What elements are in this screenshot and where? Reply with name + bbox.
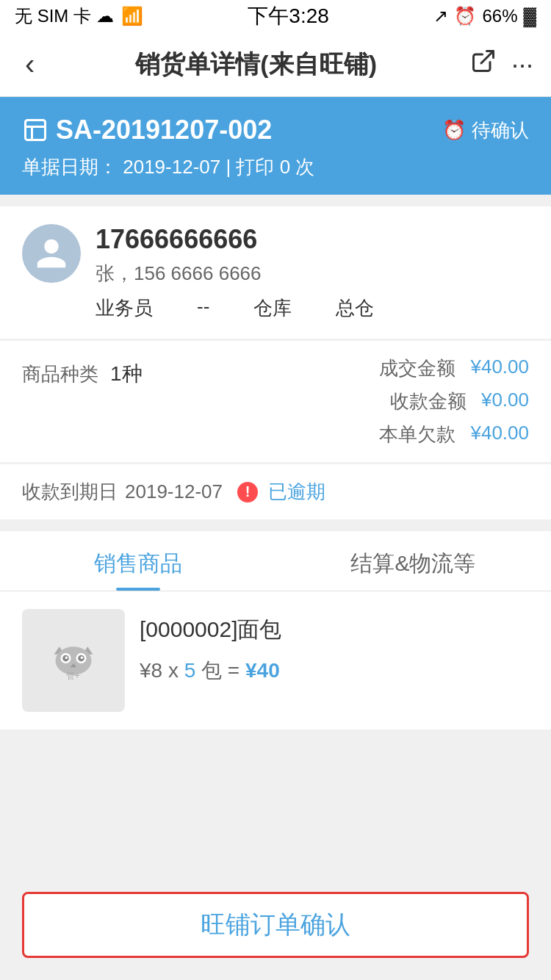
collection-value: ¥0.00 [481, 389, 529, 414]
product-unit: 包 [201, 659, 222, 682]
order-status: ⏰ 待确认 [442, 118, 529, 143]
overdue-label: 收款到期日 [22, 479, 118, 505]
customer-phone: 17666666666 [96, 224, 529, 255]
overdue-date: 2019-12-07 [125, 480, 223, 503]
product-name: [0000002]面包 [140, 615, 529, 645]
location-icon: ↗ [433, 6, 448, 26]
order-header: SA-20191207-002 ⏰ 待确认 单据日期： 2019-12-07 |… [0, 97, 551, 195]
order-icon [22, 117, 48, 143]
battery-level: 66% [482, 6, 517, 26]
avatar-icon [34, 236, 69, 271]
product-thumbnail: 管+ [22, 609, 125, 712]
overdue-alert-icon: ! [237, 482, 258, 502]
alarm-icon: ⏰ [454, 6, 476, 26]
nav-right-buttons: ··· [470, 48, 533, 81]
svg-point-12 [81, 656, 84, 659]
product-kind-value: 1种 [110, 360, 143, 388]
sim-status: 无 SIM 卡 ☁ [15, 4, 114, 28]
product-info: [0000002]面包 ¥8 x 5 包 = ¥40 [140, 609, 529, 685]
product-quantity: 5 [184, 659, 196, 682]
wifi-icon: 📶 [121, 6, 143, 26]
product-kinds: 商品种类 1种 [22, 356, 143, 388]
collection-label: 收款金额 [390, 389, 467, 414]
confirm-order-button[interactable]: 旺铺订单确认 [22, 892, 529, 958]
more-button[interactable]: ··· [511, 49, 533, 80]
product-total: ¥40 [245, 659, 280, 682]
product-section: 管+ [0000002]面包 ¥8 x 5 包 = ¥40 [0, 591, 551, 729]
multiply-sign: x [168, 659, 184, 682]
warehouse-label: 仓库 [253, 295, 292, 321]
order-id: SA-20191207-002 [56, 115, 272, 145]
overdue-section: 收款到期日 2019-12-07 ! 已逾期 [0, 464, 551, 519]
salesman-value: -- [197, 295, 209, 321]
nav-bar: ‹ 销货单详情(来自旺铺) ··· [0, 32, 551, 97]
status-bar-time: 下午3:28 [248, 2, 329, 30]
order-date-line: 单据日期： 2019-12-07 | 打印 0 次 [22, 154, 529, 180]
status-clock-icon: ⏰ [442, 119, 466, 142]
overdue-status-text: 已逾期 [268, 479, 325, 505]
product-kind-label: 商品种类 [22, 361, 98, 387]
deal-amount-value: ¥40.00 [470, 356, 529, 381]
page-title: 销货单详情(来自旺铺) [135, 48, 377, 82]
amounts-right: 成交金额 ¥40.00 收款金额 ¥0.00 本单欠款 ¥40.00 [379, 356, 529, 447]
status-bar: 无 SIM 卡 ☁ 📶 下午3:28 ↗ ⏰ 66% ▓ [0, 0, 551, 32]
product-logo-icon: 管+ [48, 641, 99, 681]
debt-value: ¥40.00 [470, 422, 529, 447]
customer-card: 17666666666 张，156 6666 6666 业务员 -- 仓库 总仓 [0, 206, 551, 339]
warehouse-value: 总仓 [336, 295, 374, 321]
status-label: 待确认 [472, 118, 529, 143]
equals-sign: = [228, 659, 245, 682]
tabs-section: 销售商品 结算&物流等 [0, 531, 551, 591]
svg-point-11 [65, 656, 68, 659]
status-bar-right: ↗ ⏰ 66% ▓ [433, 6, 536, 26]
customer-info: 17666666666 张，156 6666 6666 业务员 -- 仓库 总仓 [96, 224, 529, 321]
customer-name: 张，156 6666 6666 [96, 261, 529, 287]
product-calc: ¥8 x 5 包 = ¥40 [140, 657, 529, 685]
deal-amount-label: 成交金额 [379, 356, 455, 381]
tab-settlement-logistics[interactable]: 结算&物流等 [276, 531, 551, 591]
svg-line-0 [481, 51, 494, 64]
tab-sales-goods[interactable]: 销售商品 [0, 531, 276, 591]
export-button[interactable] [470, 48, 497, 81]
salesman-label: 业务员 [96, 295, 153, 321]
status-bar-left: 无 SIM 卡 ☁ 📶 [15, 4, 143, 28]
back-button[interactable]: ‹ [18, 40, 42, 88]
battery-icon: ▓ [524, 6, 537, 26]
product-price: ¥8 [140, 659, 162, 682]
tab-active-indicator [116, 588, 160, 591]
customer-avatar [22, 224, 81, 283]
confirm-button-container: 旺铺订单确认 [22, 892, 529, 958]
svg-rect-1 [26, 120, 46, 140]
section-divider [0, 519, 551, 531]
debt-label: 本单欠款 [379, 422, 455, 447]
amounts-section: 商品种类 1种 成交金额 ¥40.00 收款金额 ¥0.00 本单欠款 ¥40.… [0, 340, 551, 462]
svg-text:管+: 管+ [66, 671, 80, 681]
